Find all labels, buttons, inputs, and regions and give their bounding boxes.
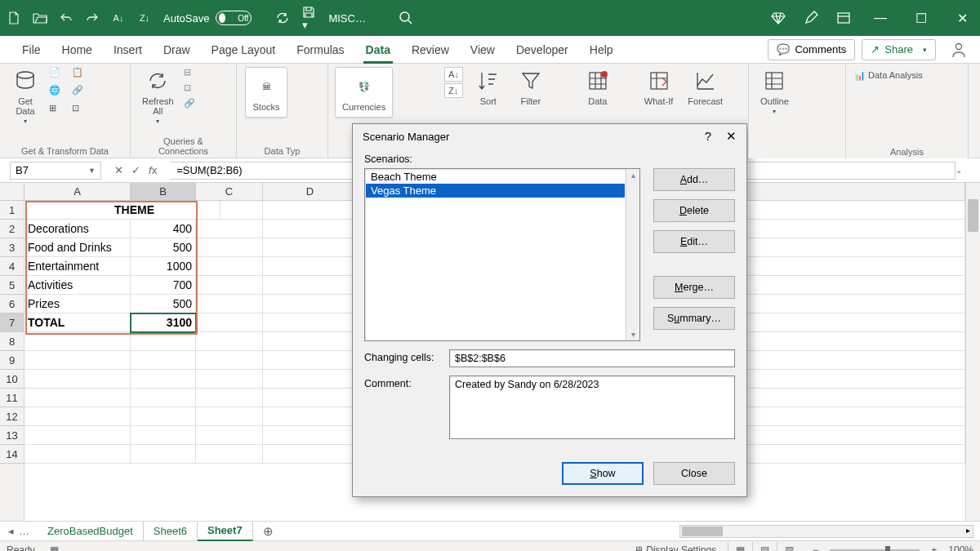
cell[interactable] [24,407,131,426]
existing-conn-icon[interactable]: 🔗 [72,85,88,101]
outline-button[interactable]: Outline▾ [757,67,792,115]
cell[interactable]: Activities [24,276,131,295]
redo-icon[interactable] [85,11,100,25]
cell[interactable]: Entertainment [24,257,131,276]
merge-scenarios-button[interactable]: Merge… [653,276,735,299]
zoom-out-icon[interactable]: − [813,544,818,551]
maximize-button[interactable]: ☐ [910,11,933,26]
edit-scenario-button[interactable]: Edit… [653,230,735,253]
cell[interactable] [131,370,196,389]
new-file-icon[interactable] [7,11,21,25]
add-sheet-button[interactable]: ⊕ [253,524,283,539]
cell[interactable] [196,445,263,464]
comment-field[interactable]: Created by Sandy on 6/28/2023 [449,375,735,439]
scenarios-listbox[interactable]: Beach ThemeVegas Theme ▴▾ [364,168,640,341]
search-icon[interactable] [399,11,413,25]
row-header[interactable]: 12 [0,407,24,426]
cell[interactable] [263,276,358,295]
add-scenario-button[interactable]: Add… [653,168,735,191]
tab-file[interactable]: File [11,36,51,64]
zoom-in-icon[interactable]: + [931,544,937,551]
column-header[interactable]: C [196,183,263,201]
cell[interactable]: 500 [131,295,196,313]
cell[interactable] [196,257,263,276]
sheet-nav-prev-icon[interactable]: ◂ [8,525,14,537]
sort-za-icon[interactable]: Z↓ [444,83,463,98]
cell[interactable] [196,238,263,257]
row-header[interactable]: 10 [0,370,24,389]
get-data-button[interactable]: Get Data▾ [8,67,42,125]
close-dialog-button[interactable]: Close [653,462,735,485]
dialog-close-icon[interactable]: ✕ [726,129,737,144]
cell[interactable]: 400 [131,220,196,238]
data-tools-button[interactable]: Data [581,67,615,106]
tab-insert[interactable]: Insert [103,36,153,64]
cell[interactable]: TOTAL [24,313,131,332]
cell[interactable] [24,426,131,445]
scenario-list-item[interactable]: Beach Theme [366,170,625,184]
row-header[interactable]: 4 [0,257,24,276]
queries-icon[interactable]: ⊟ [184,67,195,78]
show-button[interactable]: Show [562,462,644,485]
recent-sources-icon[interactable]: 📋 [72,67,88,83]
tab-draw[interactable]: Draw [153,36,201,64]
cell[interactable] [24,332,131,351]
page-break-view-icon[interactable]: ▥ [777,542,801,551]
properties-icon[interactable]: ⊡ [184,82,195,93]
select-all-cell[interactable] [0,183,24,201]
cancel-formula-icon[interactable]: ✕ [114,164,123,176]
cell[interactable] [24,370,131,389]
cell[interactable] [263,351,358,370]
cell[interactable]: 1000 [131,257,196,276]
cell[interactable] [196,295,263,313]
cell[interactable] [196,351,263,370]
tab-help[interactable]: Help [579,36,624,64]
row-header[interactable]: 13 [0,426,24,445]
row-header[interactable]: 3 [0,238,24,257]
cell[interactable] [263,426,358,445]
cell[interactable]: 3100 [131,313,196,332]
dialog-titlebar[interactable]: Scenario Manager ? ✕ [353,124,746,149]
cell[interactable] [131,426,196,445]
cell[interactable] [263,313,358,332]
from-table-icon[interactable]: ⊞ [49,103,65,119]
cell[interactable] [263,370,358,389]
row-header[interactable]: 7 [0,313,24,332]
tab-formulas[interactable]: Formulas [286,36,354,64]
cell[interactable] [24,445,131,464]
changing-cells-field[interactable]: $B$2:$B$6 [449,349,735,367]
summary-button[interactable]: Summary… [653,307,735,330]
cell[interactable] [24,351,131,370]
listbox-scrollbar[interactable]: ▴▾ [626,169,639,340]
enter-formula-icon[interactable]: ✓ [131,164,140,176]
cell[interactable] [131,332,196,351]
open-file-icon[interactable] [33,11,47,25]
cell[interactable] [131,351,196,370]
cell[interactable] [196,389,263,407]
row-header[interactable]: 8 [0,332,24,351]
cell[interactable] [263,220,358,238]
cell[interactable] [263,445,358,464]
scenario-list-item[interactable]: Vegas Theme [366,184,625,198]
diamond-icon[interactable] [771,11,786,25]
window-mode-icon[interactable] [836,11,851,25]
sheet-tab[interactable]: Sheet6 [144,522,198,541]
fx-icon[interactable]: fx [149,164,157,176]
row-header[interactable]: 6 [0,295,24,313]
forecast-button[interactable]: Forecast [684,67,726,106]
cell[interactable] [196,407,263,426]
what-if-button[interactable]: What-If [641,67,676,106]
autosave[interactable]: AutoSave Off [163,11,252,25]
row-header[interactable]: 9 [0,351,24,370]
refresh-icon[interactable] [276,11,289,24]
name-box[interactable]: B7▼ [10,162,101,180]
sort-asc-icon[interactable]: A↓ [111,11,126,25]
cell[interactable] [263,201,358,220]
row-header[interactable]: 11 [0,389,24,407]
edit-links-icon[interactable]: 🔗 [184,98,195,109]
cell[interactable] [196,276,263,295]
column-header[interactable]: A [24,183,131,201]
vertical-scrollbar[interactable] [965,183,980,521]
macro-record-icon[interactable]: ▦ [50,544,59,551]
page-layout-view-icon[interactable]: ▤ [752,542,777,551]
